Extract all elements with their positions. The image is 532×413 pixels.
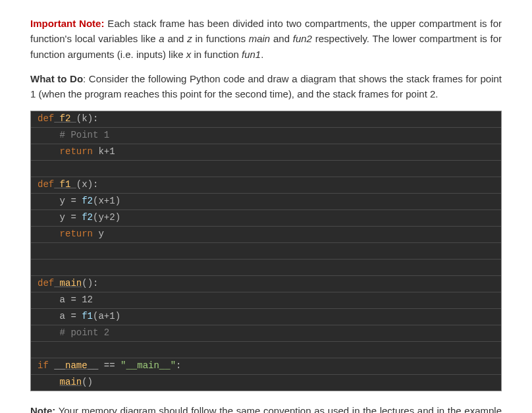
code-block: def f2 (k): # Point 1 return k+1 def f1 … [30, 111, 502, 391]
note-label: Note: [30, 405, 55, 413]
code-line: y = f2(x+1) [31, 194, 501, 210]
text: in functions [192, 33, 249, 44]
code-line: return k+1 [31, 144, 501, 161]
note-paragraph: Note: Your memory diagram should follow … [30, 403, 502, 413]
what-to-do-paragraph: What to Do: Consider the following Pytho… [30, 71, 502, 102]
important-note-label: Important Note: [30, 18, 104, 29]
code-line: return y [31, 227, 501, 243]
code-line [31, 243, 501, 260]
code-line [31, 161, 501, 177]
fn-main: main [249, 33, 271, 44]
text: in function [191, 49, 242, 60]
text: and [270, 33, 293, 44]
var-a: a [159, 33, 164, 44]
code-line: a = f1(a+1) [31, 309, 501, 325]
important-note-paragraph: Important Note: Each stack frame has bee… [30, 16, 502, 62]
text: : Consider the following Python code and… [30, 73, 502, 99]
fn-fun1: fun1 [242, 49, 261, 60]
var-z: z [187, 33, 192, 44]
code-line [31, 260, 501, 276]
code-line: def f1 (x): [31, 177, 501, 194]
text: . [261, 49, 263, 60]
code-line: if __name__ == "__main__": [31, 358, 501, 375]
code-line: main() [31, 375, 501, 391]
fn-fun2: fun2 [293, 33, 312, 44]
code-line: a = 12 [31, 292, 501, 309]
text: Your memory diagram should follow the sa… [30, 405, 502, 413]
text: and [165, 33, 188, 44]
code-line: # point 2 [31, 325, 501, 342]
code-line: def main(): [31, 276, 501, 292]
code-line: y = f2(y+2) [31, 210, 501, 227]
what-to-do-label: What to Do [30, 73, 83, 84]
page-content: Important Note: Each stack frame has bee… [0, 0, 532, 413]
code-line: # Point 1 [31, 128, 501, 144]
code-line [31, 342, 501, 358]
code-line: def f2 (k): [31, 111, 501, 128]
